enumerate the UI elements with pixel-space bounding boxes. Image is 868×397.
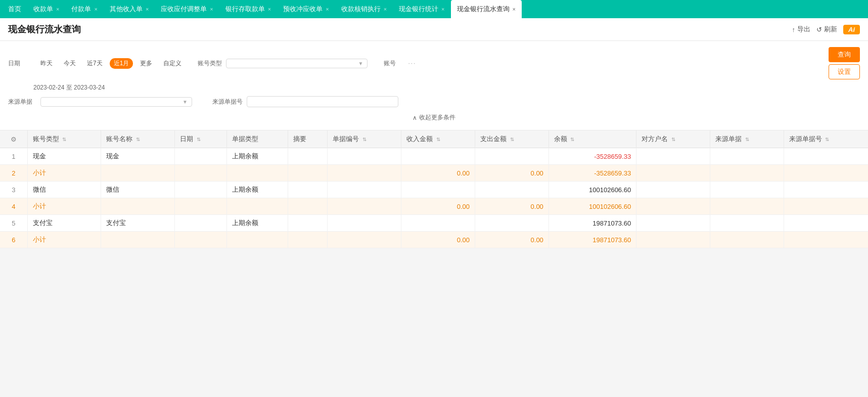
date-btn-1month[interactable]: 近1月 [110, 58, 133, 69]
date-btn-yesterday[interactable]: 昨天 [36, 58, 57, 69]
refresh-icon: ↺ [816, 26, 822, 33]
filter-area: 日期 昨天 今天 近7天 近1月 更多 自定义 账号类型 ▼ 账号 ··· 查询… [0, 41, 868, 130]
th-gear[interactable]: ⚙ [0, 130, 27, 148]
date-btn-custom[interactable]: 自定义 [159, 58, 186, 69]
date-btn-more[interactable]: 更多 [136, 58, 156, 69]
date-label: 日期 [8, 59, 28, 68]
th-balance[interactable]: 余额 ⇅ [549, 130, 636, 148]
refresh-button[interactable]: ↺ 刷新 [816, 25, 837, 34]
nav-item-other-income[interactable]: 其他收入单 × [104, 0, 155, 18]
source-doc-num-label: 来源单据号 [212, 98, 243, 106]
chevron-down-icon: ▼ [358, 61, 363, 66]
table-row: 1现金现金上期余额-3528659.33 [0, 148, 868, 165]
settings-button[interactable]: 设置 [829, 64, 860, 79]
nav-item-bank-flow[interactable]: 现金银行流水查询 × [451, 0, 522, 18]
table-row: 4小计0.000.00100102606.60 [0, 198, 868, 215]
export-button[interactable]: ↑ 导出 [792, 25, 811, 34]
query-button[interactable]: 查询 [829, 47, 860, 62]
filter-row-2: 来源单据 ▼ 来源单据号 [8, 96, 860, 107]
table-body: 1现金现金上期余额-3528659.332小计0.000.00-3528659.… [0, 148, 868, 248]
close-icon[interactable]: × [384, 6, 387, 12]
th-counterpart[interactable]: 对方户名 ⇅ [636, 130, 710, 148]
close-icon[interactable]: × [513, 6, 516, 12]
header-actions: ↑ 导出 ↺ 刷新 Ai [792, 25, 860, 34]
export-icon: ↑ [792, 26, 796, 33]
th-account-type[interactable]: 账号类型 ⇅ [27, 130, 101, 148]
account-more-icon[interactable]: ··· [408, 60, 416, 67]
th-doc-number[interactable]: 单据编号 ⇅ [328, 130, 401, 148]
nav-item-bank-deposit[interactable]: 银行存取款单 × [219, 0, 277, 18]
source-doc-select[interactable]: ▼ [40, 97, 192, 107]
nav-item-advance[interactable]: 预收冲应收单 × [277, 0, 335, 18]
ai-button[interactable]: Ai [843, 25, 860, 34]
nav-item-home[interactable]: 首页 [2, 0, 27, 18]
table-row: 5支付宝支付宝上期余额19871073.60 [0, 215, 868, 232]
chevron-down-icon: ▼ [182, 99, 188, 105]
th-expense[interactable]: 支出金额 ⇅ [475, 130, 549, 148]
th-source-doc[interactable]: 来源单据 ⇅ [710, 130, 784, 148]
th-date[interactable]: 日期 ⇅ [175, 130, 227, 148]
table-container: ⚙ 账号类型 ⇅ 账号名称 ⇅ 日期 ⇅ 单据类型 摘要 单据编号 ⇅ 收入金额… [0, 130, 868, 248]
date-options: 昨天 今天 近7天 近1月 更多 自定义 [36, 58, 186, 69]
account-label: 账号 [384, 59, 404, 68]
close-icon[interactable]: × [94, 6, 97, 12]
source-doc-label: 来源单据 [8, 98, 32, 106]
account-type-label: 账号类型 [198, 59, 222, 68]
page-title: 现金银行流水查询 [8, 23, 81, 35]
close-icon[interactable]: × [441, 6, 444, 12]
close-icon[interactable]: × [268, 6, 271, 12]
close-icon[interactable]: × [326, 6, 329, 12]
close-icon[interactable]: × [210, 6, 213, 12]
page-header: 现金银行流水查询 ↑ 导出 ↺ 刷新 Ai [0, 18, 868, 41]
nav-item-adjustment[interactable]: 应收应付调整单 × [155, 0, 219, 18]
nav-item-payments[interactable]: 付款单 × [65, 0, 103, 18]
th-source-doc-num[interactable]: 来源单据号 ⇅ [784, 130, 868, 148]
close-icon[interactable]: × [146, 6, 149, 12]
collapse-button[interactable]: ∧ 收起更多条件 [410, 111, 458, 124]
table-row: 6小计0.000.0019871073.60 [0, 232, 868, 248]
th-income[interactable]: 收入金额 ⇅ [401, 130, 475, 148]
source-doc-num-input[interactable] [247, 96, 398, 107]
th-doc-type: 单据类型 [226, 130, 288, 148]
th-summary: 摘要 [288, 130, 328, 148]
data-table: ⚙ 账号类型 ⇅ 账号名称 ⇅ 日期 ⇅ 单据类型 摘要 单据编号 ⇅ 收入金额… [0, 130, 868, 248]
nav-item-receipts[interactable]: 收款单 × [27, 0, 65, 18]
date-btn-today[interactable]: 今天 [60, 58, 80, 69]
date-range-display: 2023-02-24 至 2023-03-24 [33, 84, 105, 91]
close-icon[interactable]: × [56, 6, 59, 12]
top-navigation: 首页 收款单 × 付款单 × 其他收入单 × 应收应付调整单 × 银行存取款单 … [0, 0, 868, 18]
collapse-icon: ∧ [413, 114, 417, 121]
th-account-name[interactable]: 账号名称 ⇅ [101, 130, 175, 148]
filter-row-1: 日期 昨天 今天 近7天 近1月 更多 自定义 账号类型 ▼ 账号 ··· 查询… [8, 47, 860, 79]
table-row: 2小计0.000.00-3528659.33 [0, 165, 868, 182]
date-btn-7days[interactable]: 近7天 [83, 58, 107, 69]
table-row: 3微信微信上期余额100102606.60 [0, 182, 868, 198]
nav-item-bank-stats[interactable]: 现金银行统计 × [393, 0, 450, 18]
account-type-select[interactable]: ▼ [226, 59, 368, 68]
nav-item-verify[interactable]: 收款核销执行 × [335, 0, 393, 18]
table-header-row: ⚙ 账号类型 ⇅ 账号名称 ⇅ 日期 ⇅ 单据类型 摘要 单据编号 ⇅ 收入金额… [0, 130, 868, 148]
